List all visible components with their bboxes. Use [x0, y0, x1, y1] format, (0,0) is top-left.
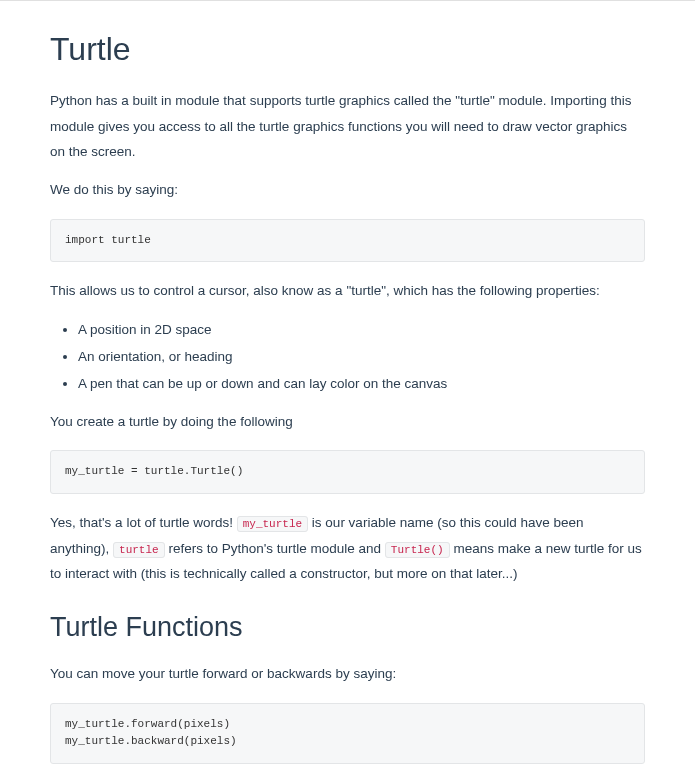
- intro-paragraph: Python has a built in module that suppor…: [50, 88, 645, 165]
- properties-intro: This allows us to control a cursor, also…: [50, 278, 645, 304]
- explanation-paragraph: Yes, that's a lot of turtle words! my_tu…: [50, 510, 645, 587]
- list-item: An orientation, or heading: [78, 343, 645, 370]
- inline-code-turtle-ctor: Turtle(): [385, 542, 450, 558]
- codeblock-move: my_turtle.forward(pixels) my_turtle.back…: [50, 703, 645, 764]
- move-intro: You can move your turtle forward or back…: [50, 661, 645, 687]
- document-container: Turtle Python has a built in module that…: [0, 1, 695, 783]
- codeblock-import: import turtle: [50, 219, 645, 263]
- codeblock-create: my_turtle = turtle.Turtle(): [50, 450, 645, 494]
- text-span: Yes, that's a lot of turtle words!: [50, 515, 237, 530]
- properties-list: A position in 2D space An orientation, o…: [50, 316, 645, 397]
- list-item: A pen that can be up or down and can lay…: [78, 370, 645, 397]
- list-item: A position in 2D space: [78, 316, 645, 343]
- heading-turtle: Turtle: [50, 31, 645, 68]
- lead-in-import: We do this by saying:: [50, 177, 645, 203]
- create-turtle-intro: You create a turtle by doing the followi…: [50, 409, 645, 435]
- inline-code-myturtle: my_turtle: [237, 516, 308, 532]
- heading-turtle-functions: Turtle Functions: [50, 612, 645, 643]
- inline-code-turtle: turtle: [113, 542, 165, 558]
- text-span: refers to Python's turtle module and: [165, 541, 385, 556]
